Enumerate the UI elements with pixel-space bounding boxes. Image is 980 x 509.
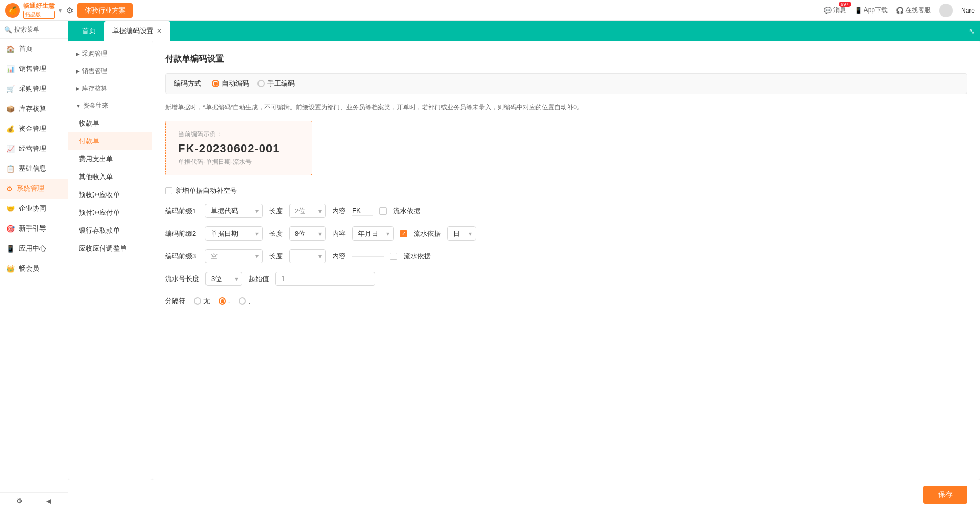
online-service[interactable]: 🎧 在线客服 <box>896 6 931 15</box>
sep-none[interactable]: 无 <box>194 296 210 306</box>
sidebar-item-operation[interactable]: 📈 经营管理 <box>0 139 68 159</box>
sidebar-item-home[interactable]: 🏠 首页 <box>0 39 68 59</box>
form-area: 付款单编码设置 编码方式 自动编码 手工编码 <box>152 41 980 480</box>
sidebar-search[interactable]: 🔍 搜索菜单 <box>0 21 68 39</box>
prefix3-content-label: 内容 <box>332 252 346 261</box>
prefix1-content-label: 内容 <box>332 206 346 216</box>
prefix1-select-wrap[interactable]: 单据代码 <box>205 204 263 218</box>
separator-options: 无 - . <box>194 296 250 306</box>
settings-icon[interactable]: ⚙ <box>66 6 73 15</box>
serial-length-wrap[interactable]: 3位 <box>205 272 242 286</box>
manual-encode-option[interactable]: 手工编码 <box>257 79 295 88</box>
prefix2-length-select[interactable]: 8位 <box>289 226 326 241</box>
prefix2-content-select[interactable]: 年月日 <box>352 226 394 241</box>
user-avatar[interactable] <box>939 4 953 17</box>
prefix1-label: 编码前缀1 <box>165 206 199 216</box>
logo-icon: 🍊 <box>5 3 20 18</box>
sidebar-settings-icon[interactable]: ⚙ <box>16 497 23 505</box>
app-download[interactable]: 📱 App下载 <box>854 6 888 15</box>
purchase-icon: 🛒 <box>6 85 15 93</box>
prefix3-content-value <box>352 255 384 257</box>
sidebar-collapse-icon[interactable]: ◀ <box>46 497 51 505</box>
sec-nav-advance-receivable[interactable]: 预收冲应收单 <box>68 186 152 204</box>
prefix1-serial-label: 流水依据 <box>393 206 420 216</box>
sec-nav-expense[interactable]: 费用支出单 <box>68 150 152 168</box>
encoding-method-label: 编码方式 <box>174 79 201 88</box>
prefix2-serial-unit-select[interactable]: 日 <box>447 226 476 241</box>
sidebar-item-member[interactable]: 👑 畅会员 <box>0 258 68 278</box>
sec-nav-other-income[interactable]: 其他收入单 <box>68 168 152 186</box>
prefix2-serial-unit-wrap[interactable]: 日 <box>447 226 476 241</box>
sidebar-item-apps[interactable]: 📱 应用中心 <box>0 238 68 258</box>
auto-encode-radio[interactable] <box>212 80 219 87</box>
sec-nav-inventory[interactable]: ▶ 库存核算 <box>68 80 152 97</box>
prefix2-select[interactable]: 单据日期 <box>205 226 263 241</box>
prefix3-serial-check[interactable] <box>390 253 397 260</box>
sec-nav-sales[interactable]: ▶ 销售管理 <box>68 63 152 80</box>
sidebar-item-guide[interactable]: 🎯 新手引导 <box>0 219 68 238</box>
sec-nav-group-inventory: ▶ 库存核算 <box>68 80 152 97</box>
auto-fill-row[interactable]: 新增单据自动补空号 <box>165 186 967 195</box>
sidebar-item-basic[interactable]: 📋 基础信息 <box>0 159 68 179</box>
sidebar-item-finance[interactable]: 💰 资金管理 <box>0 119 68 139</box>
dropdown-arrow[interactable]: ▾ <box>59 7 62 14</box>
finance-icon: 💰 <box>6 125 15 133</box>
auto-fill-checkbox[interactable] <box>165 187 172 194</box>
serial-length-select[interactable]: 3位 <box>205 272 242 286</box>
encoding-method-row: 编码方式 自动编码 手工编码 <box>165 73 967 94</box>
sec-nav-group-finance: ▼ 资金往来 收款单 付款单 费用支出单 其他收入单 预收冲应收单 预付冲应付单… <box>68 97 152 257</box>
prefix1-length-select[interactable]: 2位 <box>289 204 326 218</box>
prefix3-length-wrap[interactable] <box>289 249 326 263</box>
prefix2-content-wrap[interactable]: 年月日 <box>352 226 394 241</box>
serial-row: 流水号长度 3位 起始值 <box>165 272 967 286</box>
sep-dot[interactable]: . <box>239 297 250 305</box>
tab-close-icon[interactable]: ✕ <box>157 27 162 35</box>
prefix1-row: 编码前缀1 单据代码 长度 2位 内容 FK 流水 <box>165 204 967 218</box>
prefix3-select-wrap[interactable]: 空 <box>205 249 263 263</box>
prefix2-select-wrap[interactable]: 单据日期 <box>205 226 263 241</box>
sep-dash[interactable]: - <box>219 297 230 305</box>
prefix2-length-wrap[interactable]: 8位 <box>289 226 326 241</box>
sep-dot-radio[interactable] <box>239 297 246 305</box>
sidebar-item-sales[interactable]: 📊 销售管理 <box>0 59 68 79</box>
sidebar-item-purchase[interactable]: 🛒 采购管理 <box>0 79 68 99</box>
prefix2-serial-check[interactable]: ✓ <box>400 230 407 237</box>
sec-nav-bank-deposit[interactable]: 银行存取款单 <box>68 222 152 240</box>
sec-nav-finance[interactable]: ▼ 资金往来 <box>68 97 152 115</box>
logo-badge: 拓品版 <box>23 11 55 19</box>
apps-icon: 📱 <box>6 245 15 253</box>
sep-dash-radio[interactable] <box>219 297 226 305</box>
code-preview-label: 当前编码示例： <box>178 130 299 139</box>
tab-bar-right: — ⤡ <box>958 27 975 35</box>
start-value-input[interactable] <box>275 272 375 286</box>
auto-encode-option[interactable]: 自动编码 <box>212 79 249 88</box>
chevron-right-icon: ▶ <box>76 51 80 57</box>
prefix1-length-wrap[interactable]: 2位 <box>289 204 326 218</box>
tab-minimize-icon[interactable]: — <box>958 27 965 35</box>
basic-icon: 📋 <box>6 165 15 173</box>
manual-encode-radio[interactable] <box>257 80 265 87</box>
tab-encoding[interactable]: 单据编码设置 ✕ <box>104 21 170 41</box>
sidebar-item-system[interactable]: ⚙ 系统管理 <box>0 179 68 199</box>
prefix1-select[interactable]: 单据代码 <box>205 204 263 218</box>
sec-nav-purchase[interactable]: ▶ 采购管理 <box>68 45 152 63</box>
logo: 🍊 畅通好生意 拓品版 <box>5 2 55 19</box>
prefix3-select[interactable]: 空 <box>205 249 263 263</box>
tab-expand-icon[interactable]: ⤡ <box>969 27 975 35</box>
sec-nav-advance-payable[interactable]: 预付冲应付单 <box>68 204 152 222</box>
sidebar-nav: 🏠 首页 📊 销售管理 🛒 采购管理 📦 库存核算 💰 资金管理 📈 经 <box>0 39 68 492</box>
prefix3-length-select[interactable] <box>289 249 326 263</box>
sec-nav-receipt[interactable]: 收款单 <box>68 115 152 132</box>
tab-home[interactable]: 首页 <box>74 21 104 41</box>
sec-nav-group-purchase: ▶ 采购管理 <box>68 45 152 63</box>
sep-none-radio[interactable] <box>194 297 201 305</box>
sec-nav-payment[interactable]: 付款单 <box>68 132 152 150</box>
service-icon: 🎧 <box>896 7 904 14</box>
sidebar-item-inventory[interactable]: 📦 库存核算 <box>0 99 68 119</box>
sidebar-item-enterprise[interactable]: 🤝 企业协同 <box>0 199 68 219</box>
sec-nav-ar-ap-adjust[interactable]: 应收应付调整单 <box>68 240 152 257</box>
message-area[interactable]: 💬 消息 99+ <box>824 6 846 15</box>
save-button[interactable]: 保存 <box>923 486 967 504</box>
prefix1-serial-check[interactable] <box>379 207 387 215</box>
promo-button[interactable]: 体验行业方案 <box>77 3 133 18</box>
